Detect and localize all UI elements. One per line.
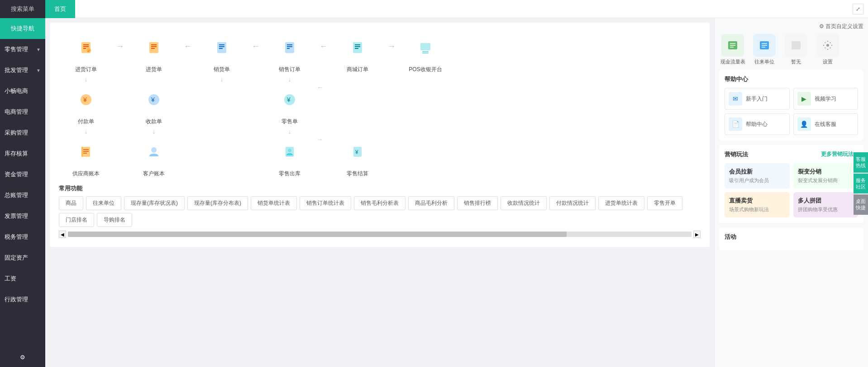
shortcut-contacts[interactable]: 往来单位 [751,34,778,65]
marketing-item-fission[interactable]: 裂变分销 裂变式发展分销商 [793,163,858,188]
sidebar-item-wholesale[interactable]: 批发管理 ▼ [0,60,45,81]
node-purchase-receipt[interactable]: 进货单 [127,32,181,73]
fullscreen-button[interactable]: ⤢ [853,4,863,14]
float-btn-hotline[interactable]: 客服热线 [854,152,868,173]
sidebar-item-label: 零售管理 [5,45,28,53]
help-item-online-support[interactable]: 👤 在线客服 [793,113,858,135]
func-btn-goods[interactable]: 商品 [59,196,83,210]
v-arrow-pay: ↓ [85,128,88,135]
func-btn-purchase-stats[interactable]: 进货单统计表 [598,196,644,210]
node-pos[interactable]: POS收银开台 [398,32,453,73]
online-support-icon: 👤 [797,117,811,131]
customize-link[interactable]: ⚙ 首页自定义设置 [719,23,863,30]
payment-icon: ¥ [70,84,102,116]
node-retail-settle[interactable]: ¥ 零售结算 [330,136,385,178]
func-btn-guide-rank[interactable]: 导购排名 [97,213,132,227]
scroll-thumb [68,232,567,237]
sidebar-item-tax[interactable]: 税务管理 [0,227,45,247]
shortcut-none[interactable]: 暂无 [782,34,810,65]
sidebar-item-fixed-assets[interactable]: 固定资产 [0,247,45,268]
sidebar-item-general-ledger[interactable]: 总账管理 [0,185,45,206]
func-btn-order-stats[interactable]: 销售订单统计表 [300,196,351,210]
v-arrow-purchase: ↓ [85,76,88,83]
sidebar-item-label: 行政管理 [5,295,28,304]
func-btn-contacts[interactable]: 往来单位 [86,196,121,210]
tab-home[interactable]: 首页 [45,0,75,18]
receipt-label: 收款单 [146,118,162,126]
node-payment[interactable]: ¥ 付款单 [59,84,113,126]
func-btn-sales-rank[interactable]: 销售排行榜 [457,196,498,210]
node-retail[interactable]: ¥ 零售单 [262,84,317,126]
sidebar-settings-button[interactable]: ⚙ [0,348,45,367]
sidebar-item-label: 快捷导航 [11,24,34,33]
beginner-icon: ✉ [729,92,742,106]
retail-label: 零售单 [281,118,298,126]
float-btn-community[interactable]: 服务社区 [854,174,868,194]
purchase-receipt-label: 进货单 [146,66,162,73]
sidebar-item-ecommerce-small[interactable]: 小畅电商 [0,81,45,101]
node-retail-out[interactable]: 零售出库 [262,136,317,178]
sidebar-item-label: 电商管理 [5,108,28,116]
node-receipt[interactable]: ¥ 收款单 [127,84,181,126]
shortcut-cashflow[interactable]: 现金流量表 [719,34,746,65]
scroll-left-button[interactable]: ◀ [59,231,66,238]
fission-title: 裂变分销 [798,168,854,176]
v-arrows-row2: ↓ ↓ ↓ [59,128,701,135]
scroll-bar[interactable] [68,232,692,237]
func-btn-receipt-stats[interactable]: 收款情况统计 [501,196,547,210]
search-menu-button[interactable]: 搜索菜单 [0,0,45,18]
pos-icon [410,32,441,63]
float-btn-desktop[interactable]: 桌面快捷 [854,194,868,215]
group-desc: 拼团购物享受优惠 [798,206,854,213]
sidebar-item-purchase[interactable]: 采购管理 [0,122,45,143]
sidebar-item-label: 固定资产 [5,254,28,262]
marketing-title: 营销玩法 更多营销玩法 > [725,150,858,159]
sidebar-item-finance[interactable]: 资金管理 [0,164,45,185]
node-shop-order[interactable]: 商城订单 [330,32,385,73]
sidebar-item-retail[interactable]: 零售管理 ▼ [0,39,45,60]
group-title: 多人拼团 [798,197,854,205]
func-btn-payment-stats[interactable]: 付款情况统计 [549,196,596,210]
sidebar-item-admin[interactable]: 行政管理 [0,289,45,310]
sidebar-item-payroll[interactable]: 工资 [0,268,45,289]
func-btn-goods-gross[interactable]: 商品毛利分析 [408,196,454,210]
svg-rect-49 [792,41,801,49]
sidebar-item-inventory[interactable]: 库存核算 [0,143,45,164]
marketing-grid: 会员拉新 吸引用户成为会员 裂变分销 裂变式发展分销商 直播卖货 场景式购物新玩… [725,163,858,217]
sidebar-item-invoice[interactable]: 发票管理 [0,206,45,227]
help-center-title: 帮助中心 [725,75,858,83]
func-btn-stock-dist[interactable]: 现存量(库存分布表) [187,196,248,210]
svg-rect-10 [217,42,226,53]
sidebar-item-ecommerce-mgmt[interactable]: 电商管理 [0,101,45,122]
sidebar-item-quick-nav[interactable]: 快捷导航 [0,18,45,39]
help-item-help[interactable]: 📄 帮助中心 [725,113,790,135]
more-marketing-link[interactable]: 更多营销玩法 > [821,150,858,159]
marketing-item-group[interactable]: 多人拼团 拼团购物享受优惠 [793,192,858,217]
marketing-item-member[interactable]: 会员拉新 吸引用户成为会员 [725,163,790,188]
top-bar-right: ⤢ [853,4,868,14]
marketing-item-live[interactable]: 直播卖货 场景式购物新玩法 [725,192,790,217]
retail-settle-label: 零售结算 [347,170,368,178]
func-btn-retail-order[interactable]: 零售开单 [647,196,682,210]
help-item-video[interactable]: ▶ 视频学习 [793,88,858,110]
shortcut-settings[interactable]: 设置 [814,34,841,65]
node-supplier-book[interactable]: 供应商账本 [59,136,113,178]
scroll-right-button[interactable]: ▶ [693,231,701,238]
sidebar: 快捷导航 零售管理 ▼ 批发管理 ▼ 小畅电商 电商管理 采购管理 库存核算 资… [0,18,45,367]
node-sales-receipt[interactable]: 销货单 [195,32,249,73]
func-btn-sales-stats[interactable]: 销货单统计表 [251,196,297,210]
video-label: 视频学习 [815,95,836,103]
flow-row-3: 供应商账本 客户账本 [59,136,701,178]
node-customer-book[interactable]: 客户账本 [127,136,181,178]
func-btn-store-rank[interactable]: 门店排名 [59,213,94,227]
arrow-left-1: ← [181,42,195,51]
func-btn-stock-status[interactable]: 现存量(库存状况表) [124,196,185,210]
node-sales-order[interactable]: 销售订单 [262,32,317,73]
help-item-beginner[interactable]: ✉ 新手入门 [725,88,790,110]
node-purchase-order[interactable]: ✓ 进货订单 [59,32,113,73]
settings-icon [816,34,839,57]
func-btn-gross-analysis[interactable]: 销售毛利分析表 [354,196,405,210]
member-desc: 吸引用户成为会员 [729,177,785,184]
svg-rect-35 [81,147,83,157]
purchase-receipt-icon [138,32,170,63]
